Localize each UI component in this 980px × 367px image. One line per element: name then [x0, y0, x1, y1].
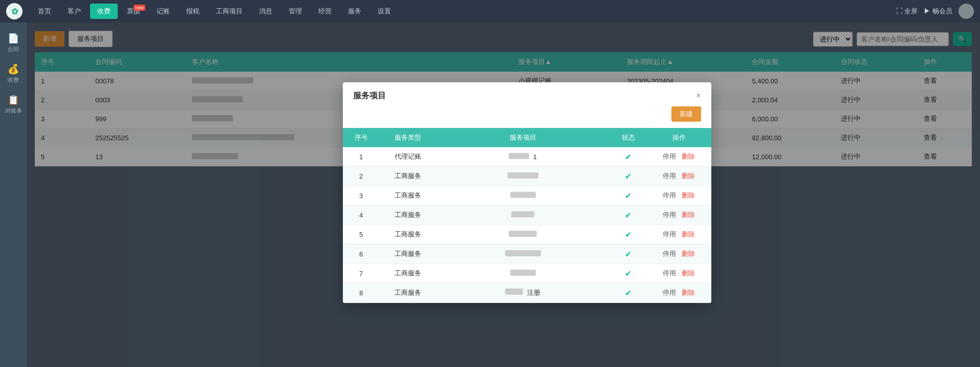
mtd-index: 3	[343, 186, 380, 205]
mtd-item	[436, 244, 610, 264]
mtd-type: 工商服务	[380, 225, 436, 244]
mtd-ops: 停用 删除	[647, 186, 711, 205]
modal-table-row: 7 工商服务 ✔ 停用 删除	[343, 264, 711, 283]
nav-business[interactable]: 工商项目	[209, 4, 250, 19]
app-logo: ✿	[6, 3, 23, 19]
mtd-ops: 停用 删除	[647, 166, 711, 186]
stop-button[interactable]: 停用	[663, 250, 676, 257]
status-active-icon: ✔	[625, 230, 631, 239]
member-btn[interactable]: ▶ 畅会员	[924, 7, 952, 16]
status-active-icon: ✔	[625, 191, 631, 200]
delete-button[interactable]: 删除	[682, 172, 695, 180]
delete-button[interactable]: 删除	[682, 153, 695, 160]
modal-body: 序号 服务类型 服务项目 状态 操作 1 代理记账 1 ✔	[343, 127, 711, 303]
modal-table-row: 1 代理记账 1 ✔ 停用 删除	[343, 147, 711, 166]
status-active-icon: ✔	[625, 288, 631, 297]
stop-button[interactable]: 停用	[663, 289, 676, 296]
mtd-type: 代理记账	[380, 147, 436, 166]
modal-table-row: 5 工商服务 ✔ 停用 删除	[343, 225, 711, 244]
sidebar-item-statement[interactable]: 📋 对账单	[2, 90, 25, 119]
left-sidebar: 📄 合同 💰 收费 📋 对账单	[0, 23, 27, 367]
top-navigation: ✿ 首页 客户 收费 票据 new 记账 报税 工商项目 消息 管理 经营 服务…	[0, 0, 980, 23]
mtd-index: 5	[343, 225, 380, 244]
nav-client[interactable]: 客户	[60, 4, 88, 19]
nav-service[interactable]: 服务	[341, 4, 368, 19]
modal-table-header: 序号 服务类型 服务项目 状态 操作	[343, 127, 711, 147]
mtd-type: 工商服务	[380, 264, 436, 283]
mtd-index: 1	[343, 147, 380, 166]
mtd-status: ✔	[610, 244, 647, 264]
mtd-status: ✔	[610, 186, 647, 205]
modal-close-button[interactable]: ×	[696, 91, 701, 100]
mtd-item	[436, 166, 610, 186]
modal-table-row: 3 工商服务 ✔ 停用 删除	[343, 186, 711, 205]
nav-admin[interactable]: 管理	[281, 4, 309, 19]
status-active-icon: ✔	[625, 210, 631, 219]
mtd-status: ✔	[610, 283, 647, 303]
nav-bookkeeping[interactable]: 记账	[149, 4, 177, 19]
delete-button[interactable]: 删除	[682, 230, 695, 238]
modal-table-row: 6 工商服务 ✔ 停用 删除	[343, 244, 711, 264]
mtd-ops: 停用 删除	[647, 244, 711, 264]
delete-button[interactable]: 删除	[682, 191, 695, 199]
mtd-index: 2	[343, 166, 380, 186]
nav-invoice[interactable]: 票据 new	[120, 4, 147, 19]
mth-ops: 操作	[647, 127, 711, 147]
modal-title: 服务项目	[353, 90, 386, 101]
nav-home[interactable]: 首页	[31, 4, 58, 19]
stop-button[interactable]: 停用	[663, 269, 676, 277]
mtd-ops: 停用 删除	[647, 147, 711, 166]
sidebar-item-fee[interactable]: 💰 收费	[2, 59, 25, 88]
mtd-item	[436, 264, 610, 283]
delete-button[interactable]: 删除	[682, 250, 695, 257]
modal-table-row: 2 工商服务 ✔ 停用 删除	[343, 166, 711, 186]
mtd-index: 8	[343, 283, 380, 303]
sidebar-label-fee: 收费	[8, 76, 19, 84]
mtd-status: ✔	[610, 166, 647, 186]
service-items-table: 序号 服务类型 服务项目 状态 操作 1 代理记账 1 ✔	[343, 127, 711, 303]
stop-button[interactable]: 停用	[663, 230, 676, 238]
stop-button[interactable]: 停用	[663, 191, 676, 199]
mtd-status: ✔	[610, 264, 647, 283]
mtd-index: 7	[343, 264, 380, 283]
modal-header: 服务项目 ×	[343, 82, 711, 106]
status-active-icon: ✔	[625, 152, 631, 161]
mtd-index: 6	[343, 244, 380, 264]
delete-button[interactable]: 删除	[682, 211, 695, 219]
nav-tax[interactable]: 报税	[179, 4, 207, 19]
mtd-status: ✔	[610, 225, 647, 244]
mtd-index: 4	[343, 205, 380, 225]
new-badge: new	[134, 5, 145, 11]
avatar[interactable]	[959, 4, 974, 19]
modal-new-button[interactable]: 新建	[671, 106, 701, 121]
stop-button[interactable]: 停用	[663, 172, 676, 180]
service-items-modal: 服务项目 × 新建 序号 服务类型 服务项目 状态 操作 1 代理记账	[343, 82, 711, 303]
mtd-status: ✔	[610, 147, 647, 166]
logo-text: ✿	[11, 7, 18, 16]
fullscreen-btn[interactable]: ⛶ 全屏	[896, 7, 918, 16]
stop-button[interactable]: 停用	[663, 153, 676, 160]
mtd-type: 工商服务	[380, 244, 436, 264]
mth-status: 状态	[610, 127, 647, 147]
nav-settings[interactable]: 设置	[371, 4, 398, 19]
mtd-ops: 停用 删除	[647, 205, 711, 225]
mtd-ops: 停用 删除	[647, 264, 711, 283]
delete-button[interactable]: 删除	[682, 289, 695, 296]
mth-item: 服务项目	[436, 127, 610, 147]
mtd-item	[436, 205, 610, 225]
mtd-type: 工商服务	[380, 166, 436, 186]
sidebar-label-statement: 对账单	[5, 107, 22, 115]
mtd-ops: 停用 删除	[647, 283, 711, 303]
mtd-status: ✔	[610, 205, 647, 225]
nav-operations[interactable]: 经营	[311, 4, 339, 19]
nav-message[interactable]: 消息	[252, 4, 279, 19]
sidebar-item-contract[interactable]: 📄 合同	[2, 29, 25, 57]
nav-right: ⛶ 全屏 ▶ 畅会员	[896, 4, 974, 19]
nav-fee[interactable]: 收费	[90, 4, 118, 19]
mtd-ops: 停用 删除	[647, 225, 711, 244]
stop-button[interactable]: 停用	[663, 211, 676, 219]
delete-button[interactable]: 删除	[682, 269, 695, 277]
statement-icon: 📋	[8, 94, 19, 105]
status-active-icon: ✔	[625, 171, 631, 180]
mtd-item	[436, 186, 610, 205]
